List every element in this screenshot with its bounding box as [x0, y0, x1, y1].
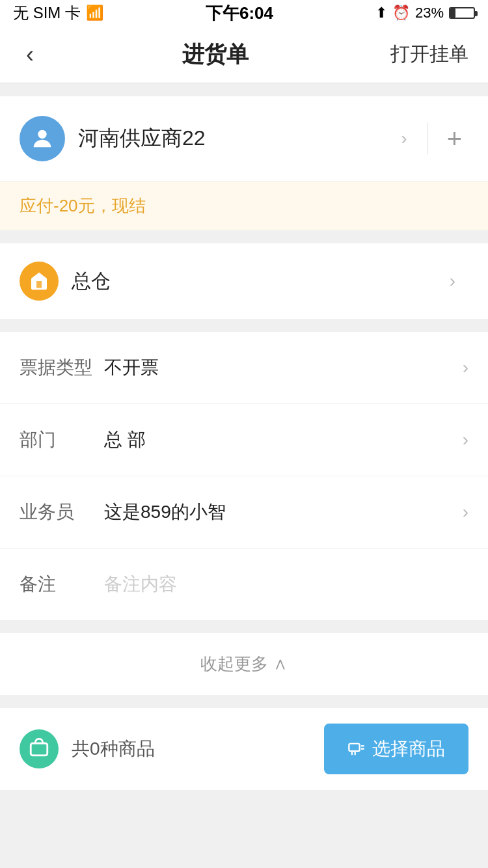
product-count-icon-wrap [20, 729, 59, 768]
wifi-icon: 📶 [86, 5, 103, 21]
dept-value: 总 部 [104, 427, 463, 452]
supplier-section: 河南供应商22 › + [0, 96, 488, 182]
supplier-main[interactable]: 河南供应商22 › [20, 96, 420, 181]
battery-icon [449, 7, 475, 19]
supplier-avatar [20, 116, 65, 161]
cart-icon [28, 738, 50, 760]
staff-label: 业务员 [20, 500, 104, 524]
staff-row[interactable]: 业务员 这是859的小智 › [0, 476, 488, 549]
svg-rect-1 [36, 281, 42, 288]
status-left: 无 SIM 卡 📶 [13, 3, 103, 23]
remark-row[interactable]: 备注 备注内容 [0, 549, 488, 620]
svg-rect-2 [31, 744, 47, 755]
dept-label: 部门 [20, 427, 104, 452]
location-icon: ⬆ [375, 5, 387, 21]
select-product-button[interactable]: 选择商品 [324, 724, 468, 774]
warehouse-icon [29, 271, 49, 292]
bottom-bar: 共0种商品 选择商品 [0, 708, 488, 790]
notice-text: 应付-20元，现结 [20, 196, 146, 215]
carrier-text: 无 SIM 卡 [13, 3, 81, 23]
page-title: 进货单 [182, 40, 249, 70]
invoice-row[interactable]: 票据类型 不开票 › [0, 332, 488, 404]
warehouse-icon-wrap [20, 262, 59, 301]
invoice-chevron-icon: › [463, 357, 468, 378]
status-bar: 无 SIM 卡 📶 下午6:04 ⬆ ⏰ 23% [0, 0, 488, 26]
svg-point-0 [38, 130, 46, 139]
form-section: 票据类型 不开票 › 部门 总 部 › 业务员 这是859的小智 › 备注 备注… [0, 332, 488, 620]
dept-chevron-icon: › [463, 429, 468, 450]
warehouse-chevron-icon: › [450, 271, 455, 292]
section-gap-1 [0, 83, 488, 96]
status-right: ⬆ ⏰ 23% [375, 5, 475, 21]
svg-rect-3 [349, 744, 359, 752]
back-button[interactable]: ‹ [20, 34, 40, 75]
content-area [0, 790, 488, 868]
warehouse-name: 总仓 [72, 268, 450, 295]
dept-row[interactable]: 部门 总 部 › [0, 404, 488, 476]
collapse-row[interactable]: 收起更多 ∧ [0, 633, 488, 695]
staff-chevron-icon: › [463, 502, 468, 522]
staff-value: 这是859的小智 [104, 500, 463, 524]
alarm-icon: ⏰ [392, 5, 410, 21]
person-icon [29, 126, 55, 152]
invoice-label: 票据类型 [20, 355, 104, 380]
warehouse-section[interactable]: 总仓 › [0, 243, 488, 319]
remark-label: 备注 [20, 572, 104, 597]
add-supplier-button[interactable]: + [434, 118, 468, 160]
time-text: 下午6:04 [206, 2, 273, 25]
nav-bar: ‹ 进货单 打开挂单 [0, 26, 488, 83]
notice-bar: 应付-20元，现结 [0, 182, 488, 230]
product-count-text: 共0种商品 [72, 737, 311, 761]
remark-placeholder: 备注内容 [104, 572, 468, 597]
select-product-label: 选择商品 [372, 737, 445, 761]
battery-percent: 23% [415, 5, 444, 21]
supplier-name: 河南供应商22 [78, 124, 401, 153]
collapse-text: 收起更多 ∧ [200, 653, 287, 675]
supplier-chevron-icon: › [401, 128, 407, 149]
invoice-value: 不开票 [104, 355, 463, 380]
vertical-divider [427, 122, 427, 155]
select-product-icon [347, 740, 366, 758]
open-pending-button[interactable]: 打开挂单 [390, 41, 468, 68]
